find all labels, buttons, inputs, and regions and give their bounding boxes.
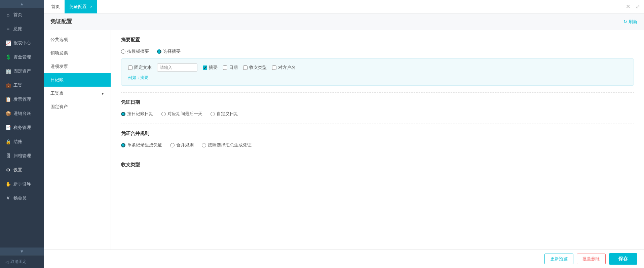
date-checkbox[interactable] xyxy=(223,65,227,70)
counterparty-checkbox[interactable] xyxy=(272,65,276,70)
voucher-date-radio-group: 按日记账日期 对应期间最后一天 自定义日期 xyxy=(121,111,634,117)
summary-config-row: 固定文本 摘要 日期 收支类型 xyxy=(128,63,627,72)
refresh-button[interactable]: ↻ 刷新 xyxy=(623,19,637,25)
cancel-pin-button[interactable]: ◁ 取消固定 xyxy=(0,255,44,268)
sidebar-item-assets[interactable]: 🏢 固定资产 xyxy=(0,64,44,78)
voucher-date-section: 凭证日期 按日记账日期 对应期间最后一天 自定义日期 xyxy=(121,99,634,117)
sidebar-item-ledger[interactable]: ≡ 总账 xyxy=(0,22,44,36)
nav-item-purchase-invoice[interactable]: 进项发票 xyxy=(44,60,111,73)
sidebar-item-guide[interactable]: ✋ 新手引导 xyxy=(0,177,44,191)
right-content: 摘要配置 按模板摘要 选择摘要 固定文本 xyxy=(111,30,644,250)
sidebar-item-capital[interactable]: 💲 资金管理 xyxy=(0,50,44,64)
summary-checkbox[interactable] xyxy=(203,65,207,70)
tab-minimize-button[interactable]: ✕ xyxy=(624,3,632,10)
page-title: 凭证配置 xyxy=(50,18,72,25)
divider-2 xyxy=(121,124,634,124)
nav-item-payroll-table[interactable]: 工资表 ▾ xyxy=(44,87,111,100)
nav-item-fixed-assets[interactable]: 固定资产 xyxy=(44,100,111,114)
sidebar-scroll-down[interactable]: ▼ xyxy=(0,248,44,255)
radio-single-input[interactable] xyxy=(121,143,125,147)
guide-icon: ✋ xyxy=(5,181,11,187)
stock-icon: 📦 xyxy=(5,111,11,116)
sidebar-scroll-up[interactable]: ▲ xyxy=(0,0,44,8)
radio-template-input[interactable] xyxy=(121,49,125,54)
update-preview-button[interactable]: 更新预览 xyxy=(544,254,573,264)
sidebar-item-home[interactable]: ⌂ 首页 xyxy=(0,8,44,22)
radio-select-merge-input[interactable] xyxy=(202,143,206,147)
left-nav: 公共选项 销项发票 进项发票 日记账 工资表 ▾ 固定资产 xyxy=(44,30,111,250)
content-area: 公共选项 销项发票 进项发票 日记账 工资表 ▾ 固定资产 摘要配置 xyxy=(44,30,644,250)
radio-template-summary[interactable]: 按模板摘要 xyxy=(121,48,149,54)
sidebar-item-settings[interactable]: ⚙ 设置 xyxy=(0,163,44,177)
arrow-down-icon: ▾ xyxy=(102,91,104,96)
radio-select-input[interactable] xyxy=(157,49,161,54)
sidebar-item-vip[interactable]: V 畅会员 xyxy=(0,191,44,205)
tab-close-button[interactable]: × xyxy=(90,4,92,9)
save-button[interactable]: 保存 xyxy=(609,253,637,265)
assets-icon: 🏢 xyxy=(5,69,11,74)
revenue-type-checkbox[interactable] xyxy=(243,65,248,70)
radio-single-record[interactable]: 单条记录生成凭证 xyxy=(121,142,162,148)
nav-item-sales-invoice[interactable]: 销项发票 xyxy=(44,46,111,60)
radio-merge-input[interactable] xyxy=(170,143,175,147)
radio-last-day-input[interactable] xyxy=(161,112,166,116)
tab-bar-actions: ✕ ⤢ xyxy=(624,3,641,10)
payroll-icon: 💼 xyxy=(5,83,11,88)
ledger-icon: ≡ xyxy=(5,26,11,32)
refresh-icon: ↻ xyxy=(623,19,627,24)
tab-voucher-config[interactable]: 凭证配置 × xyxy=(65,0,97,13)
batch-delete-button[interactable]: 批量删除 xyxy=(577,254,606,264)
example-text: 例如：摘要 xyxy=(128,75,627,81)
radio-select-summary[interactable]: 选择摘要 xyxy=(157,48,181,54)
radio-custom-date[interactable]: 自定义日期 xyxy=(211,111,238,117)
radio-journal-date-input[interactable] xyxy=(121,112,125,116)
close-book-icon: 🔒 xyxy=(5,139,11,144)
revenue-type-section: 收支类型 xyxy=(121,162,634,168)
sidebar-item-close[interactable]: 🔒 结账 xyxy=(0,135,44,149)
reports-icon: 📈 xyxy=(5,40,11,46)
fixed-text-input[interactable] xyxy=(157,63,197,72)
summary-config-box: 固定文本 摘要 日期 收支类型 xyxy=(121,58,634,86)
sidebar-item-reports[interactable]: 📈 报表中心 xyxy=(0,36,44,50)
sidebar-item-payroll[interactable]: 💼 工资 xyxy=(0,78,44,92)
radio-select-merge[interactable]: 按照选择汇总生成凭证 xyxy=(202,142,252,148)
sidebar-item-tax[interactable]: 📑 税务管理 xyxy=(0,121,44,135)
revenue-type-title: 收支类型 xyxy=(121,162,634,168)
settings-icon: ⚙ xyxy=(5,167,11,173)
checkbox-date[interactable]: 日期 xyxy=(223,64,238,71)
sidebar-item-invoice[interactable]: 📋 发票管理 xyxy=(0,92,44,106)
divider-3 xyxy=(121,155,634,155)
sidebar-item-stock[interactable]: 📦 进销台账 xyxy=(0,106,44,121)
page-header: 凭证配置 ↻ 刷新 xyxy=(44,13,644,30)
checkbox-revenue-type[interactable]: 收支类型 xyxy=(243,64,267,71)
summary-config-title: 摘要配置 xyxy=(121,37,634,43)
checkbox-summary[interactable]: 摘要 xyxy=(203,64,218,71)
checkbox-counterparty[interactable]: 对方户名 xyxy=(272,64,296,71)
sidebar: ▲ ⌂ 首页 ≡ 总账 📈 报表中心 💲 资金管理 🏢 固定资产 💼 工资 📋 … xyxy=(0,0,44,268)
archive-icon: 🗄 xyxy=(5,153,11,159)
summary-radio-group: 按模板摘要 选择摘要 xyxy=(121,48,634,54)
checkbox-fixed-text[interactable]: 固定文本 xyxy=(128,64,152,71)
merge-rule-title: 凭证合并规则 xyxy=(121,131,634,137)
divider-1 xyxy=(121,92,634,93)
tab-bar: 首页 凭证配置 × ✕ ⤢ xyxy=(44,0,644,13)
home-icon: ⌂ xyxy=(5,12,11,17)
main-area: 首页 凭证配置 × ✕ ⤢ 凭证配置 ↻ 刷新 公共选项 销项发票 进项 xyxy=(44,0,644,268)
voucher-date-title: 凭证日期 xyxy=(121,99,634,105)
radio-merge-rule[interactable]: 合并规则 xyxy=(170,142,194,148)
nav-item-journal[interactable]: 日记账 xyxy=(44,73,111,87)
bottom-bar: 更新预览 批量删除 保存 xyxy=(44,250,644,268)
nav-item-public[interactable]: 公共选项 xyxy=(44,33,111,46)
merge-rule-section: 凭证合并规则 单条记录生成凭证 合并规则 按照选择汇总生成凭证 xyxy=(121,131,634,148)
capital-icon: 💲 xyxy=(5,54,11,60)
sidebar-item-archive[interactable]: 🗄 归档管理 xyxy=(0,149,44,163)
tab-expand-button[interactable]: ⤢ xyxy=(634,3,641,10)
radio-journal-date[interactable]: 按日记账日期 xyxy=(121,111,153,117)
fixed-text-checkbox[interactable] xyxy=(128,65,132,70)
summary-config-section: 摘要配置 按模板摘要 选择摘要 固定文本 xyxy=(121,37,634,86)
radio-last-day[interactable]: 对应期间最后一天 xyxy=(161,111,202,117)
radio-custom-date-input[interactable] xyxy=(211,112,215,116)
vip-icon: V xyxy=(5,196,11,200)
pin-icon: ◁ xyxy=(5,260,8,264)
tab-home[interactable]: 首页 xyxy=(46,0,65,13)
